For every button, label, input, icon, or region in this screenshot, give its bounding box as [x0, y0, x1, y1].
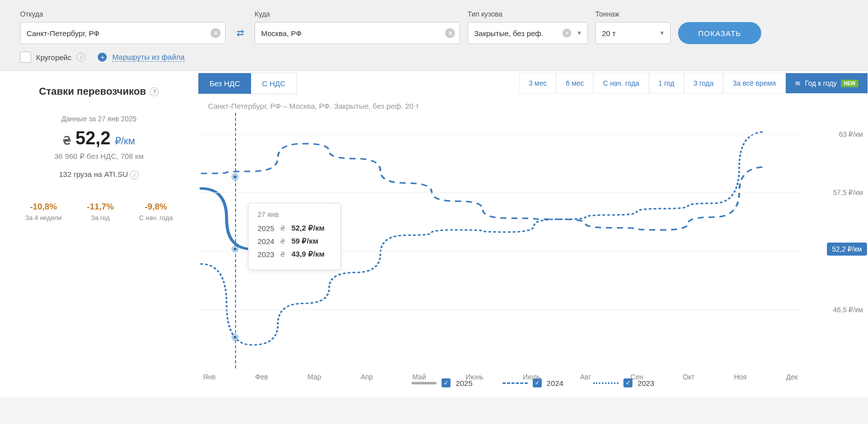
sidebar: Ставки перевозчиков ? Данные за 27 янв 2…	[0, 71, 198, 397]
chevron-down-icon: ▼	[576, 30, 582, 37]
roundtrip-label: Кругорейс	[36, 53, 71, 62]
chart-area: Без НДС С НДС 3 мес6 месС нач. года1 год…	[198, 71, 868, 397]
tonnage-select[interactable]: 20 т ▼	[595, 22, 671, 44]
x-tick-label: Янв	[203, 373, 215, 381]
chart-tooltip: 27 янв 2025₴52,2 ₽/км2024₴59 ₽/км2023₴43…	[248, 203, 341, 270]
y-tick-label: 46,5 ₽/км	[833, 306, 863, 314]
routes-file-link[interactable]: Маршруты из файла	[112, 53, 184, 62]
x-tick-label: Сен	[630, 373, 643, 381]
info-icon[interactable]: i	[76, 53, 85, 62]
cursor-dot	[233, 174, 238, 179]
x-tick-label: Июль	[523, 373, 541, 381]
to-input[interactable]	[255, 22, 460, 44]
info-icon[interactable]: ?	[150, 87, 159, 96]
data-date: Данные за 27 янв 2025	[13, 115, 185, 123]
cursor-dot	[233, 247, 238, 252]
sidebar-title: Ставки перевозчиков ?	[39, 86, 159, 97]
from-input[interactable]	[20, 22, 226, 44]
tab-vat-on[interactable]: С НДС	[251, 73, 297, 94]
tab-period[interactable]: 6 мес	[556, 73, 593, 94]
rate-value: ₴ 52,2 ₽/км	[13, 128, 185, 149]
x-tick-label: Ноя	[734, 373, 746, 381]
x-tick-label: Мар	[307, 373, 321, 381]
coins-icon: ₴	[63, 134, 71, 147]
tab-period[interactable]: 3 года	[684, 73, 723, 94]
cursor-dot	[233, 335, 238, 340]
cursor-line	[235, 113, 236, 368]
plus-icon[interactable]: +	[98, 53, 107, 62]
stat-item: -10,8%За 4 недели	[25, 202, 62, 222]
tab-period[interactable]: С нач. года	[593, 73, 649, 94]
x-tick-label: Май	[412, 373, 426, 381]
body-label: Тип кузова	[468, 10, 588, 18]
legend-line-icon	[593, 382, 618, 384]
tab-period[interactable]: За всё время	[723, 73, 785, 94]
chart-canvas[interactable]: 27 янв 2025₴52,2 ₽/км2024₴59 ₽/км2023₴43…	[198, 113, 803, 368]
new-badge: NEW	[841, 80, 858, 87]
y-tick-label: 57,5 ₽/км	[833, 188, 863, 196]
info-icon[interactable]: i	[130, 170, 139, 179]
body-clear-icon[interactable]: ✕	[562, 29, 571, 38]
tonnage-label: Тоннаж	[595, 10, 671, 18]
cargo-count: 132 груза на ATI.SU i	[13, 170, 185, 179]
legend-line-icon	[503, 382, 528, 384]
stat-item: -11,7%За год	[87, 202, 114, 222]
legend-line-icon	[411, 382, 437, 384]
x-tick-label: Фев	[255, 373, 268, 381]
filters-panel: Откуда ✕ ⇄ Куда ✕ Тип кузова Закрытые, б…	[0, 0, 868, 71]
wave-icon: ≋	[795, 79, 801, 87]
body-type-select[interactable]: Закрытые, без реф. ✕ ▼	[468, 22, 588, 44]
from-label: Откуда	[20, 10, 226, 18]
to-label: Куда	[255, 10, 460, 18]
tab-period[interactable]: 1 год	[649, 73, 684, 94]
tab-period[interactable]: 3 мес	[519, 73, 556, 94]
to-clear-icon[interactable]: ✕	[445, 28, 455, 38]
tab-year-over-year[interactable]: ≋ Год к году NEW	[785, 73, 868, 94]
y-tick-label: 63 ₽/км	[839, 130, 863, 138]
series-2025	[201, 188, 252, 249]
x-tick-label: Апр	[360, 373, 373, 381]
x-tick-label: Авг	[580, 373, 591, 381]
current-rate-badge: 52,2 ₽/км	[827, 243, 867, 256]
x-tick-label: Дек	[786, 373, 798, 381]
stat-item: -9,8%С нач. года	[139, 202, 173, 222]
x-tick-label: Июнь	[466, 373, 484, 381]
x-tick-label: Окт	[683, 373, 695, 381]
roundtrip-checkbox[interactable]	[20, 52, 31, 63]
from-clear-icon[interactable]: ✕	[210, 28, 221, 38]
tab-vat-off[interactable]: Без НДС	[198, 73, 251, 94]
rate-subtitle: 36 960 ₽ без НДС, 708 км	[13, 152, 185, 161]
show-button[interactable]: ПОКАЗАТЬ	[678, 22, 761, 44]
chevron-down-icon: ▼	[659, 30, 665, 37]
chart-subtitle: Санкт-Петербург, РФ – Москва, РФ. Закрыт…	[198, 96, 868, 110]
swap-icon[interactable]: ⇄	[233, 22, 247, 44]
